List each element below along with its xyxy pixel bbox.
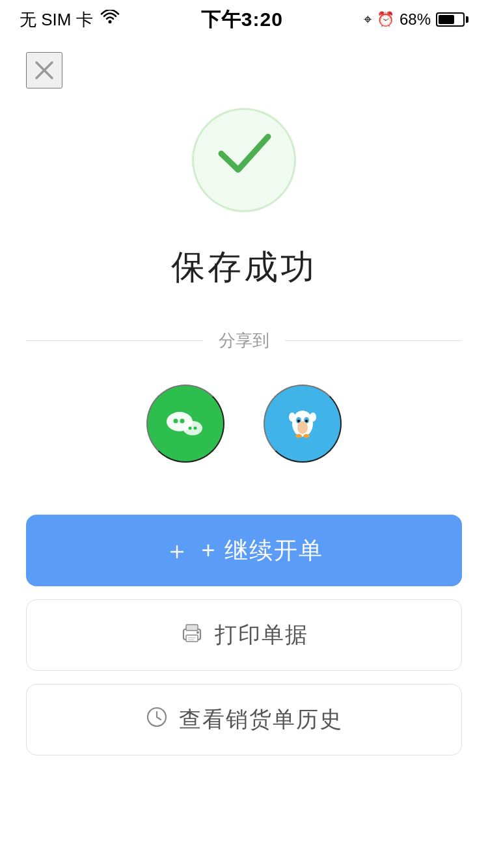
divider-left [26, 340, 203, 341]
wechat-share-button[interactable] [146, 385, 224, 463]
svg-point-15 [310, 413, 316, 422]
continue-button[interactable]: ＋ + 继续开单 [26, 515, 462, 586]
svg-point-13 [305, 420, 308, 422]
alarm-icon: ⏰ [377, 11, 394, 28]
svg-rect-20 [186, 625, 198, 631]
wifi-icon [100, 10, 120, 30]
svg-point-14 [289, 413, 295, 422]
close-button[interactable] [26, 52, 62, 88]
svg-point-18 [303, 434, 310, 438]
share-label: 分享到 [219, 329, 269, 352]
status-right: ⌖ ⏰ 68% [364, 10, 468, 29]
history-button[interactable]: 查看销货单历史 [26, 684, 462, 755]
status-bar: 无 SIM 卡 下午3:20 ⌖ ⏰ 68% [0, 0, 488, 39]
share-divider: 分享到 [26, 329, 462, 352]
location-icon: ⌖ [364, 11, 372, 28]
success-icon-wrapper [192, 108, 296, 212]
printer-icon [180, 621, 204, 650]
qq-share-button[interactable] [264, 385, 342, 463]
divider-right [285, 340, 462, 341]
svg-point-8 [194, 427, 197, 430]
svg-point-4 [174, 419, 178, 424]
svg-point-24 [197, 631, 199, 634]
share-icons [146, 385, 342, 463]
no-sim-label: 无 SIM 卡 [20, 8, 93, 31]
svg-point-16 [297, 421, 308, 434]
plus-icon: ＋ [165, 534, 191, 567]
close-area [26, 39, 462, 108]
status-time: 下午3:20 [201, 7, 283, 33]
svg-point-7 [189, 427, 192, 430]
print-label: 打印单据 [215, 620, 308, 650]
success-title: 保存成功 [171, 245, 317, 290]
history-icon [145, 705, 169, 735]
main-content: 保存成功 分享到 [0, 39, 488, 868]
action-buttons: ＋ + 继续开单 打印单据 [26, 515, 462, 755]
battery-percent: 68% [400, 10, 431, 29]
svg-point-12 [297, 420, 300, 422]
status-left: 无 SIM 卡 [20, 8, 120, 31]
svg-rect-21 [186, 635, 198, 642]
svg-point-0 [108, 20, 111, 23]
svg-point-6 [183, 421, 202, 435]
history-label: 查看销货单历史 [179, 705, 343, 735]
continue-label: + 继续开单 [201, 535, 323, 567]
svg-point-17 [295, 434, 302, 438]
svg-point-5 [180, 419, 185, 424]
check-icon [215, 128, 273, 189]
battery-icon [436, 12, 468, 27]
print-button[interactable]: 打印单据 [26, 599, 462, 671]
